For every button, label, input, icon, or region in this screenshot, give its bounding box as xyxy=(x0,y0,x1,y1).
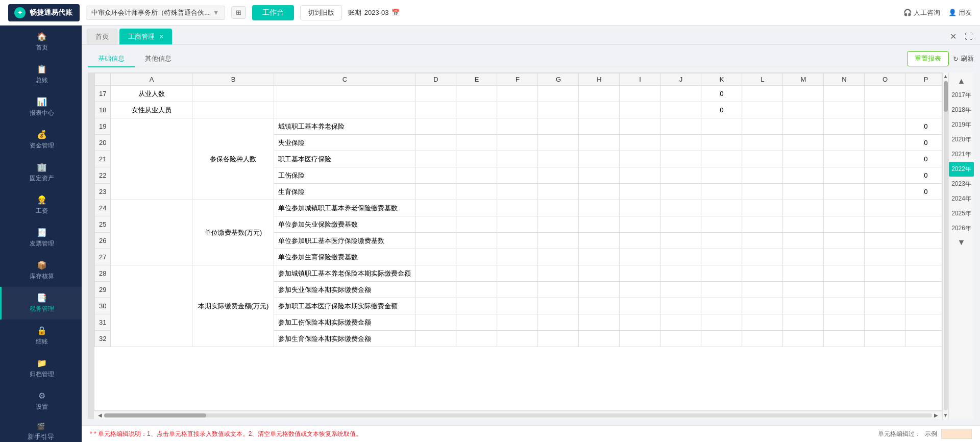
cell-31-f[interactable] xyxy=(497,314,538,331)
cell-17-d[interactable] xyxy=(415,86,456,102)
cell-22-m[interactable] xyxy=(783,167,824,184)
spreadsheet-container[interactable]: A B C D E F G H I J xyxy=(94,72,942,411)
cell-28-p[interactable] xyxy=(905,265,942,282)
year-item-2022[interactable]: 2022年 xyxy=(949,162,974,177)
cell-32-f[interactable] xyxy=(497,331,538,347)
cell-28-h[interactable] xyxy=(579,265,620,282)
cell-32-j[interactable] xyxy=(660,331,701,347)
sidebar-item-asset[interactable]: 🏢 固定资产 xyxy=(0,156,82,189)
cell-19-n[interactable] xyxy=(824,118,865,135)
cell-22-g[interactable] xyxy=(538,167,579,184)
cell-17-b[interactable] xyxy=(192,86,274,102)
sidebar-item-archive[interactable]: 📁 归档管理 xyxy=(0,352,82,385)
sidebar-item-ledger[interactable]: 📋 总账 xyxy=(0,58,82,91)
sidebar-item-settings[interactable]: ⚙ 设置 xyxy=(0,385,82,418)
cell-27-e[interactable] xyxy=(456,249,497,265)
cell-20-f[interactable] xyxy=(497,135,538,151)
cell-31-m[interactable] xyxy=(783,314,824,331)
col-header-d[interactable]: D xyxy=(415,73,456,86)
col-header-h[interactable]: H xyxy=(579,73,620,86)
cell-26-l[interactable] xyxy=(742,233,783,249)
cell-30-k[interactable] xyxy=(701,298,742,314)
cell-29-i[interactable] xyxy=(620,282,660,298)
cell-17-k[interactable]: 0 xyxy=(701,86,742,102)
cell-30-p[interactable] xyxy=(905,298,942,314)
cell-31-i[interactable] xyxy=(620,314,660,331)
cell-18-d[interactable] xyxy=(415,102,456,118)
cell-30-j[interactable] xyxy=(660,298,701,314)
year-scroll-up-button[interactable]: ▲ xyxy=(949,75,974,88)
sidebar-item-home[interactable]: 🏠 首页 xyxy=(0,26,82,58)
cell-30-i[interactable] xyxy=(620,298,660,314)
cell-25-k[interactable] xyxy=(701,216,742,233)
cell-18-l[interactable] xyxy=(742,102,783,118)
cell-25-n[interactable] xyxy=(824,216,865,233)
cell-32-d[interactable] xyxy=(415,331,456,347)
cell-19-g[interactable] xyxy=(538,118,579,135)
cell-21-o[interactable] xyxy=(865,151,905,167)
cell-18-f[interactable] xyxy=(497,102,538,118)
cell-21-m[interactable] xyxy=(783,151,824,167)
cell-17-i[interactable] xyxy=(620,86,660,102)
cell-31-h[interactable] xyxy=(579,314,620,331)
tab-expand-button[interactable]: ⛶ xyxy=(963,30,975,43)
cell-20-j[interactable] xyxy=(660,135,701,151)
col-header-b[interactable]: B xyxy=(192,73,274,86)
sidebar-item-fund[interactable]: 💰 资金管理 xyxy=(0,124,82,156)
cell-31-p[interactable] xyxy=(905,314,942,331)
col-header-k[interactable]: K xyxy=(701,73,742,86)
cell-25-d[interactable] xyxy=(415,216,456,233)
cell-26-o[interactable] xyxy=(865,233,905,249)
cell-20-c[interactable]: 失业保险 xyxy=(274,135,415,151)
cell-23-l[interactable] xyxy=(742,184,783,200)
cell-26-j[interactable] xyxy=(660,233,701,249)
cell-21-n[interactable] xyxy=(824,151,865,167)
cell-24-h[interactable] xyxy=(579,200,620,216)
cell-19-c[interactable]: 城镇职工基本养老保险 xyxy=(274,118,415,135)
cell-22-i[interactable] xyxy=(620,167,660,184)
cell-21-j[interactable] xyxy=(660,151,701,167)
cell-17-e[interactable] xyxy=(456,86,497,102)
col-header-j[interactable]: J xyxy=(660,73,701,86)
cell-21-h[interactable] xyxy=(579,151,620,167)
cell-19-h[interactable] xyxy=(579,118,620,135)
cell-19-d[interactable] xyxy=(415,118,456,135)
cell-17-j[interactable] xyxy=(660,86,701,102)
cell-17-a[interactable]: 从业人数 xyxy=(111,86,192,102)
cell-24-l[interactable] xyxy=(742,200,783,216)
cell-20-i[interactable] xyxy=(620,135,660,151)
cell-18-c[interactable] xyxy=(274,102,415,118)
cell-29-e[interactable] xyxy=(456,282,497,298)
cell-17-l[interactable] xyxy=(742,86,783,102)
cell-26-n[interactable] xyxy=(824,233,865,249)
cell-24-n[interactable] xyxy=(824,200,865,216)
sub-tab-basic[interactable]: 基础信息 xyxy=(88,51,135,67)
cell-23-n[interactable] xyxy=(824,184,865,200)
cell-29-k[interactable] xyxy=(701,282,742,298)
cell-30-n[interactable] xyxy=(824,298,865,314)
cell-17-g[interactable] xyxy=(538,86,579,102)
cell-22-k[interactable] xyxy=(701,167,742,184)
cell-19-o[interactable] xyxy=(865,118,905,135)
year-item-2017[interactable]: 2017年 xyxy=(949,88,974,103)
user-button[interactable]: 👤 用友 xyxy=(948,8,972,17)
hscroll-track[interactable] xyxy=(104,413,932,418)
cell-22-e[interactable] xyxy=(456,167,497,184)
cell-27-m[interactable] xyxy=(783,249,824,265)
cell-24-o[interactable] xyxy=(865,200,905,216)
cell-28-c[interactable]: 参加城镇职工基本养老保险本期实际缴费金额 xyxy=(274,265,415,282)
tab-close-button[interactable]: ✕ xyxy=(948,30,959,43)
cell-25-p[interactable] xyxy=(905,216,942,233)
company-selector[interactable]: 中审众环会计师事务所（特殊普通合伙... ▼ xyxy=(86,6,225,20)
cell-27-l[interactable] xyxy=(742,249,783,265)
year-item-2025[interactable]: 2025年 xyxy=(949,206,974,221)
cell-25-m[interactable] xyxy=(783,216,824,233)
cell-21-d[interactable] xyxy=(415,151,456,167)
cell-19-f[interactable] xyxy=(497,118,538,135)
col-header-o[interactable]: O xyxy=(865,73,905,86)
cell-28-m[interactable] xyxy=(783,265,824,282)
cell-29-m[interactable] xyxy=(783,282,824,298)
cell-20-o[interactable] xyxy=(865,135,905,151)
cell-30-m[interactable] xyxy=(783,298,824,314)
cell-29-p[interactable] xyxy=(905,282,942,298)
